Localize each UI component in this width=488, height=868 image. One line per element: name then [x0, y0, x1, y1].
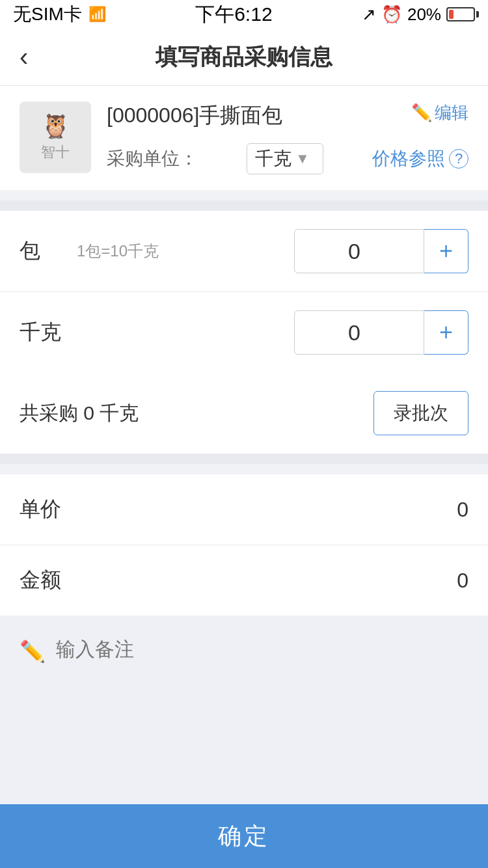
batch-button[interactable]: 录批次 — [373, 391, 468, 435]
bao-plus-button[interactable]: + — [424, 229, 468, 273]
status-bar: 无SIM卡 📶 下午6:12 ↗ ⏰ 20% — [0, 0, 488, 29]
back-button[interactable]: ‹ — [20, 42, 28, 72]
alarm-icon: ⏰ — [381, 5, 402, 25]
kg-input-wrap: + — [294, 310, 468, 355]
bao-input[interactable] — [294, 229, 424, 273]
kg-input-row: 千克 + — [0, 292, 488, 373]
unit-price-value: 0 — [457, 498, 468, 522]
amount-value: 0 — [457, 569, 468, 593]
price-ref-button[interactable]: 价格参照 ? — [372, 146, 468, 171]
owl-icon: 🦉 — [41, 113, 70, 140]
product-id: [0000006] — [107, 103, 199, 127]
product-name: [0000006]手撕面包 — [107, 102, 282, 130]
product-title: 手撕面包 — [199, 103, 282, 127]
summary-qty: 0 — [83, 402, 94, 424]
question-icon: ? — [449, 149, 468, 169]
bao-sub-label: 1包=10千克 — [77, 241, 294, 262]
brand-text: 智十 — [41, 142, 70, 162]
summary-unit: 千克 — [100, 402, 139, 424]
battery-percent: 20% — [407, 5, 441, 25]
bao-input-row: 包 1包=10千克 + — [0, 211, 488, 292]
status-left: 无SIM卡 📶 — [13, 2, 106, 27]
kg-input[interactable] — [294, 310, 424, 355]
price-ref-label: 价格参照 — [372, 146, 445, 171]
edit-button[interactable]: ✏️ 编辑 — [411, 102, 468, 124]
unit-price-label: 单价 — [20, 495, 61, 524]
summary-text: 共采购 0 千克 — [20, 400, 139, 427]
bao-label: 包 — [20, 237, 72, 265]
bottom-bar: 确定 — [0, 804, 488, 868]
nav-bar: ‹ 填写商品采购信息 — [0, 29, 488, 86]
unit-value: 千克 — [255, 146, 291, 171]
confirm-button[interactable]: 确定 — [0, 804, 488, 868]
unit-label: 采购单位： — [107, 146, 198, 171]
product-info: [0000006]手撕面包 ✏️ 编辑 采购单位： 千克 ▼ 价格参照 ? — [107, 102, 468, 174]
product-card: 🦉 智十 [0000006]手撕面包 ✏️ 编辑 采购单位： 千克 ▼ — [0, 86, 488, 190]
unit-select[interactable]: 千克 ▼ — [247, 143, 323, 174]
page-title: 填写商品采购信息 — [156, 42, 332, 72]
sim-icon: 📶 — [88, 6, 106, 23]
status-right: ↗ ⏰ 20% — [362, 5, 475, 25]
section-divider-1 — [0, 200, 488, 211]
amount-row: 金额 0 — [0, 545, 488, 616]
bao-input-wrap: + — [294, 229, 468, 273]
product-unit-row: 采购单位： 千克 ▼ 价格参照 ? — [107, 143, 468, 174]
kg-plus-button[interactable]: + — [424, 310, 468, 355]
summary-prefix: 共采购 — [20, 402, 78, 424]
price-section: 单价 0 金额 0 — [0, 474, 488, 616]
amount-label: 金额 — [20, 566, 61, 595]
battery-icon — [446, 7, 475, 21]
unit-price-row: 单价 0 — [0, 474, 488, 545]
section-divider-2 — [0, 454, 488, 464]
chevron-down-icon: ▼ — [295, 150, 310, 167]
input-section: 包 1包=10千克 + 千克 + — [0, 211, 488, 373]
location-icon: ↗ — [362, 5, 376, 25]
edit-label: 编辑 — [435, 102, 468, 124]
product-thumbnail: 🦉 智十 — [20, 102, 91, 173]
carrier-text: 无SIM卡 — [13, 2, 82, 27]
status-time: 下午6:12 — [195, 1, 272, 28]
kg-label: 千克 — [20, 318, 72, 347]
summary-row: 共采购 0 千克 录批次 — [0, 373, 488, 454]
pencil-icon: ✏️ — [20, 639, 46, 664]
edit-icon: ✏️ — [411, 103, 432, 123]
main-content: 🦉 智十 [0000006]手撕面包 ✏️ 编辑 采购单位： 千克 ▼ — [0, 86, 488, 868]
product-header: [0000006]手撕面包 ✏️ 编辑 — [107, 102, 468, 130]
